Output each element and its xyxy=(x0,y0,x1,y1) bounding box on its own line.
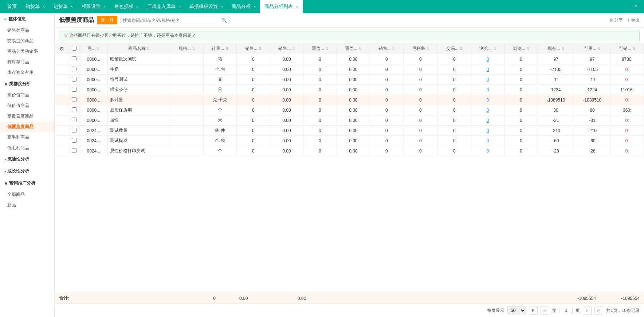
search-input[interactable] xyxy=(123,18,220,23)
sidebar-item-traded-goods[interactable]: 交易过的商品 xyxy=(0,36,54,46)
col-available[interactable]: 可用... ⇅ xyxy=(574,43,610,54)
row-sales3: 0 xyxy=(370,85,403,95)
row-browse1[interactable]: 0 xyxy=(471,136,504,146)
row-sales-amt: 0.00 xyxy=(270,85,303,95)
nav-close-purchase[interactable]: × xyxy=(71,4,73,9)
first-page-button[interactable]: K xyxy=(529,306,538,315)
sidebar-section-growth[interactable]: › 成长性分析 xyxy=(0,165,54,177)
sidebar-section-general[interactable]: « 整体信息 xyxy=(0,13,54,25)
row-checkbox[interactable] xyxy=(69,85,79,95)
export-button[interactable]: ↑ 导出 xyxy=(627,17,640,23)
nav-close-permissions[interactable]: × xyxy=(103,4,106,9)
col-sales-amt[interactable]: 销售... ⇅ xyxy=(270,43,303,54)
row-browse1[interactable]: 0 xyxy=(471,64,504,75)
sidebar-item-low-value[interactable]: 低价值商品 xyxy=(0,100,54,111)
row-sales-qty: 0 xyxy=(237,136,270,146)
row-checkbox[interactable] xyxy=(69,95,79,105)
row-select-checkbox[interactable] xyxy=(72,107,76,112)
col-sales-qty[interactable]: 销售... ⇅ xyxy=(237,43,270,54)
row-browse1[interactable]: 0 xyxy=(471,75,504,85)
nav-close-roles[interactable]: × xyxy=(136,4,138,9)
row-checkbox[interactable] xyxy=(69,105,79,115)
nav-goods-analysis-list[interactable]: 商品分析列表 × xyxy=(260,0,302,13)
sidebar-item-in-stock[interactable]: 有库存商品 xyxy=(0,57,54,67)
collapse-icon[interactable]: « xyxy=(4,17,7,22)
nav-close-finished[interactable]: × xyxy=(178,4,181,9)
col-saleable[interactable]: 可销... ⇅ xyxy=(610,43,644,54)
row-checkbox[interactable] xyxy=(69,136,79,146)
row-select-checkbox[interactable] xyxy=(72,77,76,82)
sidebar-item-high-value[interactable]: 高价值商品 xyxy=(0,90,54,100)
row-select-checkbox[interactable] xyxy=(72,97,76,102)
sidebar-item-high-coverage[interactable]: 高覆盖度商品 xyxy=(0,111,54,122)
sidebar-item-low-margin[interactable]: 低毛利商品 xyxy=(0,143,54,153)
row-checkbox[interactable] xyxy=(69,126,79,136)
row-select-checkbox[interactable] xyxy=(72,138,76,143)
sidebar-item-capital[interactable]: 库存资金占用 xyxy=(0,67,54,78)
col-unit[interactable]: 计量... ⇅ xyxy=(203,43,236,54)
nav-roles[interactable]: 角色授权 × xyxy=(110,0,143,13)
nav-close-analysis-list[interactable]: × xyxy=(296,4,298,9)
row-select-checkbox[interactable] xyxy=(72,118,76,122)
row-select-checkbox[interactable] xyxy=(72,128,76,132)
col-browse2[interactable]: 浏览... ⇅ xyxy=(504,43,538,54)
col-current-stock[interactable]: 现有... ⇅ xyxy=(538,43,574,54)
nav-close-template[interactable]: × xyxy=(221,4,223,9)
col-name[interactable]: 商品名称 ⇅ xyxy=(108,43,170,54)
nav-template[interactable]: 单据模板设置 × xyxy=(185,0,227,13)
nav-permissions[interactable]: 权限设置 × xyxy=(77,0,110,13)
col-gross-margin[interactable]: 毛利率 ⇅ xyxy=(403,43,438,54)
sidebar-item-all-goods[interactable]: 全部商品 xyxy=(0,189,54,200)
col-transaction[interactable]: 交易... ⇅ xyxy=(438,43,471,54)
col-sales3[interactable]: 销售... ⇅ xyxy=(370,43,403,54)
select-all-checkbox[interactable] xyxy=(72,46,76,51)
col-settings[interactable]: ⚙ xyxy=(55,43,69,54)
row-browse1[interactable]: 0 xyxy=(471,146,504,156)
row-browse1[interactable]: 0 xyxy=(471,115,504,126)
nav-home[interactable]: 首页 xyxy=(3,0,21,13)
row-browse1[interactable]: 0 xyxy=(471,95,504,105)
nav-close-analysis[interactable]: × xyxy=(254,4,256,9)
col-browse1[interactable]: 浏览... ⇅ xyxy=(471,43,504,54)
row-select-checkbox[interactable] xyxy=(72,67,76,71)
nav-purchase[interactable]: 进货单 × xyxy=(49,0,77,13)
col-coverage2[interactable]: 覆盖... ⇅ xyxy=(337,43,370,54)
sidebar-item-new-goods[interactable]: 新品 xyxy=(0,200,54,210)
page-number-input[interactable] xyxy=(559,307,573,314)
row-select-checkbox[interactable] xyxy=(72,56,76,61)
time-filter-button[interactable]: 近一月 xyxy=(97,16,117,24)
sidebar-item-high-margin[interactable]: 高毛利商品 xyxy=(0,132,54,143)
col-code[interactable]: 商... ⇅ xyxy=(79,43,108,54)
window-close-button[interactable]: × xyxy=(631,1,641,12)
sidebar-section-marketing[interactable]: ∨ 营销推广分析 xyxy=(0,177,54,189)
col-checkbox[interactable] xyxy=(69,43,79,54)
row-browse1[interactable]: 0 xyxy=(471,105,504,115)
nav-finished-goods[interactable]: 产成品入库单 × xyxy=(143,0,185,13)
row-checkbox[interactable] xyxy=(69,64,79,75)
row-browse1[interactable]: 0 xyxy=(471,126,504,136)
sidebar-section-flow[interactable]: › 流通性分析 xyxy=(0,153,54,165)
row-checkbox[interactable] xyxy=(69,54,79,64)
sidebar-item-category-rate[interactable]: 商品分类动销率 xyxy=(0,46,54,57)
col-coverage1[interactable]: 覆盖... ⇅ xyxy=(303,43,337,54)
next-page-button[interactable]: > xyxy=(583,306,592,315)
row-browse1[interactable]: 0 xyxy=(471,54,504,64)
col-spec[interactable]: 规格... ⇅ xyxy=(170,43,203,54)
row-select-checkbox[interactable] xyxy=(72,148,76,153)
prev-page-button[interactable]: < xyxy=(541,306,549,315)
row-checkbox[interactable] xyxy=(69,115,79,126)
row-browse1[interactable]: 0 xyxy=(471,85,504,95)
nav-goods-analysis[interactable]: 商品分析 × xyxy=(227,0,260,13)
nav-close-sales[interactable]: × xyxy=(43,4,45,9)
last-page-button[interactable]: >| xyxy=(594,306,603,315)
nav-sales[interactable]: 销货单 × xyxy=(21,0,49,13)
row-select-checkbox[interactable] xyxy=(72,87,76,92)
per-page-select[interactable]: 20 50 100 xyxy=(507,306,526,314)
sidebar-item-low-coverage[interactable]: 低覆盖度商品 xyxy=(0,122,54,132)
sidebar-item-sales-goods[interactable]: 销售类商品 xyxy=(0,25,54,36)
data-table-container[interactable]: ⚙ 商... ⇅ 商品名称 ⇅ 规格... ⇅ 计量... ⇅ 销售... ⇅ … xyxy=(55,43,644,293)
sidebar-section-cluster[interactable]: ∨ 类群度分析 xyxy=(0,78,54,90)
share-button[interactable]: ⎘ 分享 xyxy=(610,17,623,23)
row-checkbox[interactable] xyxy=(69,75,79,85)
row-checkbox[interactable] xyxy=(69,146,79,156)
